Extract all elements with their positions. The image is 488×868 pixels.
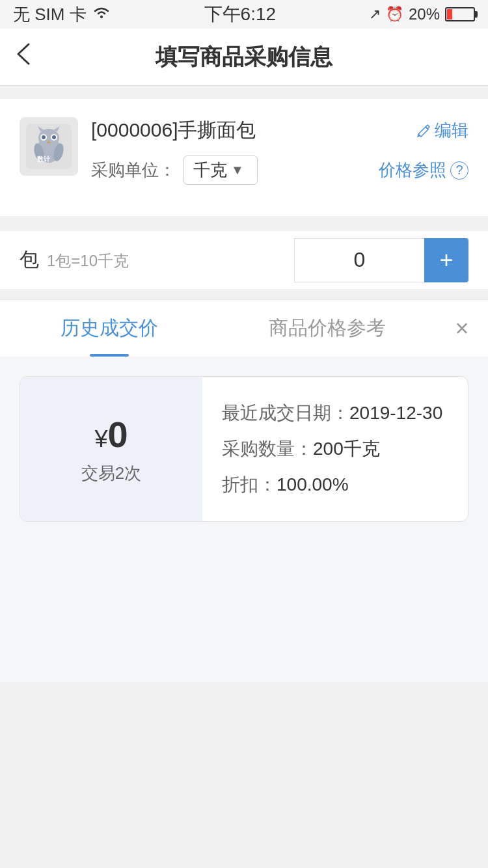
page-title: 填写商品采购信息	[156, 42, 332, 72]
status-time: 下午6:12	[204, 2, 277, 27]
qty-unit-sub: 1包=10千克	[47, 251, 129, 271]
transaction-left: ¥0 交易2次	[20, 377, 202, 521]
svg-point-7	[52, 135, 56, 139]
quantity-input[interactable]: 0	[294, 238, 424, 282]
quantity-unit-label: 包 1包=10千克	[20, 247, 129, 273]
product-name: [0000006]手撕面包	[91, 117, 256, 144]
discount-row: 折扣：100.00%	[222, 472, 448, 497]
alarm-icon: ⏰	[386, 6, 403, 23]
separator-1	[0, 216, 488, 229]
tab-bar: 历史成交价 商品价格参考 ×	[0, 299, 488, 357]
currency-symbol: ¥	[94, 426, 107, 452]
location-icon: ↗	[369, 6, 381, 23]
purchase-unit-row: 采购单位： 千克 ▼ 价格参照 ?	[91, 156, 468, 185]
qty-unit-main: 包	[20, 247, 39, 273]
status-bar: 无 SIM 卡 下午6:12 ↗ ⏰ 20%	[0, 0, 488, 29]
dropdown-arrow-icon: ▼	[231, 163, 244, 178]
product-image: 数计	[20, 117, 78, 176]
transaction-card: ¥0 交易2次 最近成交日期：2019-12-30 采购数量：200千克 折扣：…	[20, 376, 468, 522]
carrier-label: 无 SIM 卡	[13, 3, 87, 26]
product-name-row: [0000006]手撕面包 编辑	[91, 117, 468, 144]
recent-date-row: 最近成交日期：2019-12-30	[222, 400, 448, 426]
close-button[interactable]: ×	[436, 315, 488, 342]
wifi-icon	[92, 5, 111, 25]
svg-point-0	[100, 16, 103, 18]
quantity-section: 包 1包=10千克 0 +	[0, 230, 488, 289]
status-right: ↗ ⏰ 20%	[369, 5, 475, 23]
tab-product-price[interactable]: 商品价格参考	[218, 300, 436, 357]
back-button[interactable]	[16, 42, 31, 72]
svg-point-6	[42, 135, 46, 139]
price-ref-button[interactable]: 价格参照 ?	[379, 159, 468, 182]
tab-underline	[90, 354, 129, 357]
transaction-price: ¥0	[94, 413, 128, 455]
help-icon: ?	[450, 161, 468, 180]
tab-history-price[interactable]: 历史成交价	[0, 300, 218, 357]
quantity-plus-button[interactable]: +	[424, 238, 468, 282]
edit-button[interactable]: 编辑	[416, 119, 468, 142]
quantity-controls: 0 +	[294, 238, 468, 282]
battery-icon	[445, 7, 475, 21]
product-card: 数计 [0000006]手撕面包 编辑 采购单位：	[0, 99, 488, 216]
trade-count: 交易2次	[81, 462, 141, 485]
unit-select[interactable]: 千克 ▼	[183, 156, 258, 185]
battery-pct-label: 20%	[409, 5, 440, 23]
purchase-unit-label: 采购单位：	[91, 159, 176, 182]
history-panel: ¥0 交易2次 最近成交日期：2019-12-30 采购数量：200千克 折扣：…	[0, 357, 488, 682]
product-header: 数计 [0000006]手撕面包 编辑 采购单位：	[20, 117, 468, 185]
status-left: 无 SIM 卡	[13, 3, 111, 26]
svg-text:数计: 数计	[36, 156, 51, 163]
unit-value: 千克	[193, 159, 227, 182]
product-info: [0000006]手撕面包 编辑 采购单位： 千克 ▼	[91, 117, 468, 185]
transaction-right: 最近成交日期：2019-12-30 采购数量：200千克 折扣：100.00%	[202, 377, 468, 521]
purchase-qty-row: 采购数量：200千克	[222, 436, 448, 461]
quantity-row: 包 1包=10千克 0 +	[0, 230, 488, 289]
nav-bar: 填写商品采购信息	[0, 29, 488, 86]
